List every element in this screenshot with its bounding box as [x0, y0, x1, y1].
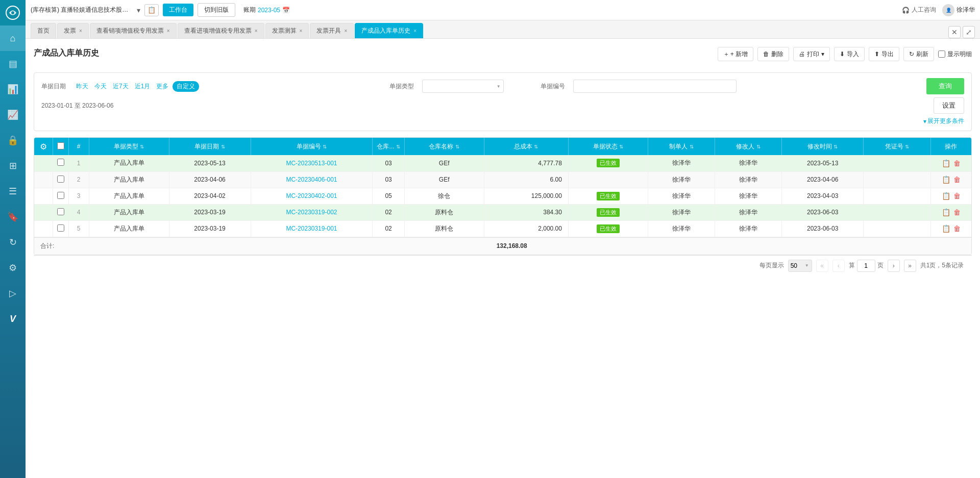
tab-product-inbound-close[interactable]: × [413, 28, 416, 34]
row-checkbox-3[interactable] [57, 208, 64, 215]
tab-sales-vat[interactable]: 查看销项增值税专用发票 × [90, 23, 177, 38]
th-voucher[interactable]: 凭证号 ⇅ [864, 138, 930, 155]
th-settings[interactable]: ⚙ [34, 138, 53, 155]
delete-icon-1[interactable]: 🗑 [953, 175, 961, 184]
page-number-input[interactable] [857, 260, 875, 272]
th-warehouse-code[interactable]: 仓库... ⇅ [373, 138, 404, 155]
select-all-checkbox[interactable] [57, 142, 64, 149]
th-doc-type[interactable]: 单据类型 ⇅ [89, 138, 169, 155]
td-doc-number-2[interactable]: MC-20230402-001 [251, 188, 373, 204]
th-doc-number[interactable]: 单据编号 ⇅ [251, 138, 373, 155]
delete-icon-4[interactable]: 🗑 [953, 224, 961, 233]
sidebar-item-doc[interactable]: ▤ [0, 51, 26, 77]
new-button[interactable]: ＋ + 新增 [718, 47, 753, 61]
prev-page-button[interactable]: ‹ [832, 260, 845, 272]
last-page-button[interactable]: » [904, 260, 916, 272]
td-checkbox-1[interactable] [53, 171, 68, 188]
reset-button[interactable]: 设置 [934, 97, 964, 114]
tab-invoice[interactable]: 发票 × [57, 23, 89, 38]
tab-invoice-open-close[interactable]: × [344, 28, 347, 34]
shortcut-today[interactable]: 今天 [92, 81, 109, 92]
tab-purchase-vat-close[interactable]: × [255, 28, 258, 34]
calendar-icon[interactable]: 📅 [282, 7, 290, 14]
th-modify-time[interactable]: 修改时间 ⇅ [782, 138, 864, 155]
edit-icon-4[interactable]: 📋 [942, 224, 950, 233]
tab-invoice-calc-close[interactable]: × [300, 28, 303, 34]
print-button[interactable]: 🖨 打印 ▾ [793, 47, 830, 61]
shortcut-1month[interactable]: 近1月 [133, 81, 153, 92]
sidebar-item-refresh[interactable]: ↻ [0, 230, 26, 255]
sidebar-item-grid[interactable]: ⊞ [0, 153, 26, 179]
export-button[interactable]: ⬆ 导出 [869, 47, 899, 61]
delete-icon-0[interactable]: 🗑 [953, 159, 961, 167]
th-status[interactable]: 单据状态 ⇅ [568, 138, 648, 155]
page-size-select[interactable]: 20 50 100 [788, 260, 812, 272]
th-creator[interactable]: 制单人 ⇅ [648, 138, 715, 155]
app-logo[interactable] [0, 0, 26, 26]
doc-number-input[interactable] [573, 80, 737, 93]
th-doc-date[interactable]: 单据日期 ⇅ [169, 138, 251, 155]
sidebar-item-list[interactable]: ☰ [0, 179, 26, 204]
tab-invoice-close[interactable]: × [79, 28, 82, 34]
td-doc-number-0[interactable]: MC-20230513-001 [251, 155, 373, 171]
delete-icon-3[interactable]: 🗑 [953, 208, 961, 216]
next-page-button[interactable]: › [888, 260, 900, 272]
tab-invoice-open[interactable]: 发票开具 × [310, 23, 354, 38]
sidebar-item-home[interactable]: ⌂ [0, 26, 26, 51]
first-page-button[interactable]: « [816, 260, 828, 272]
sidebar-item-version[interactable]: V [0, 306, 26, 332]
tab-purchase-vat[interactable]: 查看进项增值税专用发票 × [178, 23, 264, 38]
edit-icon-0[interactable]: 📋 [942, 159, 950, 167]
doc-type-select[interactable]: 产品入库单 [422, 80, 504, 93]
shortcut-7days[interactable]: 近7天 [111, 81, 131, 92]
expand-filter-button[interactable]: ▾ 展开更多条件 [923, 117, 964, 125]
row-checkbox-4[interactable] [57, 224, 64, 232]
sidebar-item-chart[interactable]: 📊 [0, 77, 26, 102]
doc-button[interactable]: 📋 [144, 4, 159, 16]
help-button[interactable]: 🎧 人工咨询 [902, 6, 936, 14]
shortcut-custom[interactable]: 自定义 [173, 81, 199, 92]
tab-sales-vat-close[interactable]: × [167, 28, 170, 34]
td-checkbox-4[interactable] [53, 220, 68, 237]
workbench-button[interactable]: 工作台 [163, 4, 193, 16]
delete-button[interactable]: 🗑 删除 [757, 47, 789, 61]
tab-home[interactable]: 首页 [31, 23, 56, 38]
th-modifier[interactable]: 修改人 ⇅ [715, 138, 781, 155]
edit-icon-2[interactable]: 📋 [942, 192, 950, 200]
sidebar-item-stamp[interactable]: 🔖 [0, 204, 26, 230]
shortcut-more[interactable]: 更多 [154, 81, 170, 92]
edit-icon-3[interactable]: 📋 [942, 208, 950, 216]
edit-icon-1[interactable]: 📋 [942, 175, 950, 184]
sidebar-item-play[interactable]: ▷ [0, 281, 26, 306]
td-doc-number-1[interactable]: MC-20230406-001 [251, 171, 373, 188]
row-checkbox-2[interactable] [57, 192, 64, 199]
history-button[interactable]: 切到旧版 [198, 3, 235, 17]
th-warehouse-name[interactable]: 仓库名称 ⇅ [404, 138, 484, 155]
td-checkbox-3[interactable] [53, 204, 68, 220]
td-action-3: 📋 🗑 [930, 204, 971, 220]
query-button[interactable]: 查询 [926, 78, 964, 94]
sidebar-item-analytics[interactable]: 📈 [0, 102, 26, 128]
td-checkbox-0[interactable] [53, 155, 68, 171]
row-checkbox-1[interactable] [57, 175, 64, 183]
row-checkbox-0[interactable] [57, 159, 64, 166]
delete-icon-2[interactable]: 🗑 [953, 192, 961, 200]
refresh-button[interactable]: ↻ 刷新 [903, 47, 934, 61]
user-menu[interactable]: 👤 徐泽华 [942, 4, 975, 16]
import-button[interactable]: ⬇ 导入 [834, 47, 865, 61]
tab-invoice-calc[interactable]: 发票测算 × [265, 23, 309, 38]
tab-product-inbound[interactable]: 产成品入库单历史 × [355, 23, 423, 38]
th-checkbox[interactable] [53, 138, 68, 155]
tab-expand-button[interactable]: ⤢ [963, 26, 975, 38]
td-checkbox-2[interactable] [53, 188, 68, 204]
shortcut-yesterday[interactable]: 昨天 [74, 81, 90, 92]
sidebar-item-settings[interactable]: ⚙ [0, 255, 26, 281]
tab-close-all-button[interactable]: ✕ [948, 26, 961, 38]
sidebar-item-lock[interactable]: 🔒 [0, 128, 26, 153]
th-total-cost[interactable]: 总成本 ⇅ [484, 138, 568, 155]
td-doc-number-3[interactable]: MC-20230319-002 [251, 204, 373, 220]
show-detail-checkbox[interactable] [938, 51, 945, 58]
td-doc-number-4[interactable]: MC-20230319-001 [251, 220, 373, 237]
topbar-right: 🎧 人工咨询 👤 徐泽华 [902, 4, 975, 16]
dropdown-icon[interactable]: ▾ [137, 6, 140, 14]
